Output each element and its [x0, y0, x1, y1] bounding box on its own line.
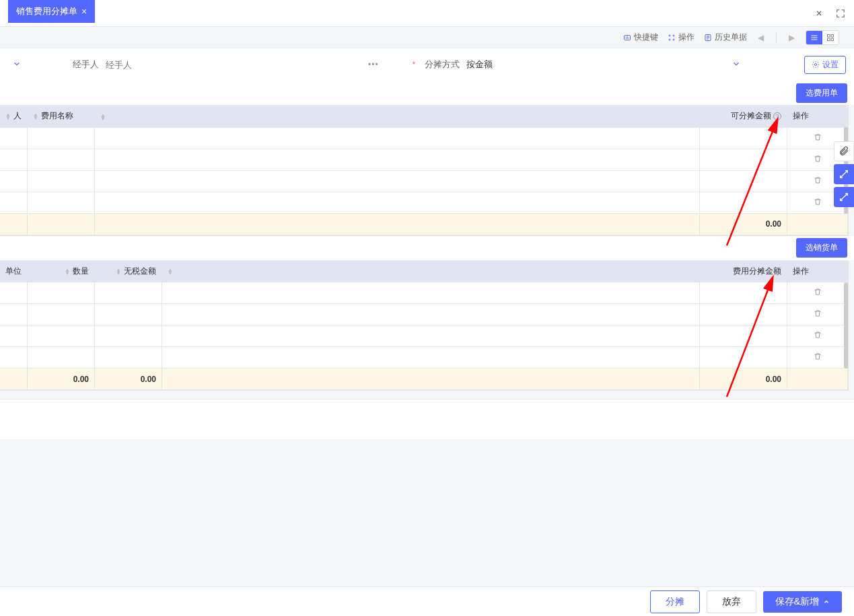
- operation-label: 操作: [678, 32, 695, 43]
- separator: [776, 32, 777, 43]
- table-row[interactable]: [0, 192, 848, 213]
- required-mark: *: [413, 60, 416, 69]
- method-chevron-down-icon[interactable]: [729, 59, 744, 71]
- delete-icon[interactable]: [814, 177, 822, 186]
- table-row[interactable]: [0, 127, 848, 149]
- svg-point-3: [669, 39, 670, 40]
- col-blank[interactable]: ▲▼: [94, 106, 699, 127]
- delete-icon[interactable]: [814, 332, 822, 341]
- history-button[interactable]: 历史单据: [704, 32, 747, 43]
- scrollbar[interactable]: [844, 282, 848, 369]
- tab-close-icon[interactable]: ×: [81, 6, 87, 17]
- side-tools: [834, 141, 854, 207]
- toolbar: 快捷键 操作 历史单据 ◀ ▶: [0, 27, 854, 48]
- select-expense-button[interactable]: 选费用单: [796, 83, 847, 103]
- shortcut-label: 快捷键: [634, 32, 658, 43]
- delete-icon[interactable]: [814, 353, 822, 362]
- method-label: 分摊方式: [425, 59, 460, 71]
- save-new-button[interactable]: 保存&新增: [763, 591, 842, 613]
- next-record-icon[interactable]: ▶: [787, 33, 796, 42]
- chevron-up-icon: [823, 599, 830, 605]
- settings-button[interactable]: 设置: [804, 56, 846, 74]
- chevron-down-icon[interactable]: [9, 59, 24, 71]
- col-qty[interactable]: ▲▼数量: [28, 261, 95, 282]
- method-value[interactable]: 按金额: [466, 59, 722, 71]
- delete-icon[interactable]: [814, 288, 822, 298]
- delete-icon[interactable]: [814, 198, 822, 208]
- delete-icon[interactable]: [814, 134, 822, 143]
- delete-icon[interactable]: [814, 310, 822, 319]
- summary-row: 0.000.000.00: [0, 369, 848, 390]
- sales-table: 单位 ▲▼数量 ▲▼无税金额 ▲▼ 费用分摊金额 操作 0.000.000.00: [0, 260, 849, 391]
- summary-row: 0.00: [0, 213, 848, 235]
- select-expense-bar: 选费用单: [0, 81, 854, 105]
- select-sales-button[interactable]: 选销货单: [796, 238, 847, 258]
- svg-rect-7: [831, 34, 834, 37]
- svg-rect-6: [828, 34, 830, 37]
- svg-point-4: [673, 39, 674, 40]
- table-row[interactable]: [0, 325, 848, 347]
- col-operation2: 操作: [787, 261, 848, 282]
- sum-notax: 0.00: [95, 369, 162, 390]
- svg-rect-8: [828, 38, 830, 41]
- col-unit[interactable]: 单位: [0, 261, 28, 282]
- window-controls: ✕: [810, 4, 850, 23]
- fullscreen-icon[interactable]: [831, 4, 850, 23]
- close-icon[interactable]: ✕: [810, 4, 828, 23]
- shortcut-button[interactable]: 快捷键: [623, 32, 658, 43]
- svg-rect-9: [831, 38, 834, 41]
- notes-area[interactable]: [0, 399, 854, 439]
- select-sales-bar: 选销货单: [0, 236, 854, 260]
- operation-button[interactable]: 操作: [668, 32, 695, 43]
- tab-bar: 销售费用分摊单 ×: [0, 0, 854, 27]
- gap: [0, 391, 854, 399]
- sum-amount: 0.00: [700, 213, 787, 235]
- col-expense-name[interactable]: ▲▼费用名称: [27, 106, 94, 127]
- delete-icon[interactable]: [814, 155, 822, 165]
- col-blank2[interactable]: ▲▼: [162, 261, 700, 282]
- allocate-button[interactable]: 分摊: [650, 590, 700, 613]
- tab-sales-expense[interactable]: 销售费用分摊单 ×: [8, 0, 95, 23]
- expand-icon-2[interactable]: [834, 187, 854, 207]
- handler-field: 经手人 •••: [73, 59, 379, 71]
- col-allocatable-amount[interactable]: 可分摊金额?: [700, 106, 787, 127]
- col-operation: 操作: [787, 106, 848, 127]
- tab-title: 销售费用分摊单: [16, 5, 77, 17]
- settings-label: 设置: [822, 59, 839, 71]
- view-card-icon[interactable]: [822, 31, 839, 44]
- col-alloc-amount[interactable]: 费用分摊金额: [700, 261, 787, 282]
- handler-input[interactable]: [106, 60, 361, 70]
- sum-qty: 0.00: [28, 369, 95, 390]
- sum-alloc: 0.00: [700, 369, 787, 390]
- bottom-action-bar: 分摊 放弃 保存&新增: [0, 586, 854, 616]
- handler-label: 经手人: [73, 59, 99, 71]
- discard-button[interactable]: 放弃: [707, 590, 756, 613]
- col-person[interactable]: ▲▼人: [0, 106, 27, 127]
- view-toggle: [806, 30, 839, 45]
- table-row[interactable]: [0, 170, 848, 192]
- method-field: * 分摊方式 按金额: [413, 59, 744, 71]
- svg-point-1: [669, 35, 670, 36]
- view-list-icon[interactable]: [806, 31, 822, 44]
- table-row[interactable]: [0, 304, 848, 325]
- expense-table: ▲▼人 ▲▼费用名称 ▲▼ 可分摊金额? 操作 0.00: [0, 105, 849, 236]
- col-notax[interactable]: ▲▼无税金额: [95, 261, 162, 282]
- form-row: 经手人 ••• * 分摊方式 按金额 设置: [0, 48, 854, 81]
- expand-icon[interactable]: [834, 164, 854, 184]
- svg-point-2: [673, 35, 674, 36]
- help-icon[interactable]: ?: [773, 112, 781, 120]
- table-row[interactable]: [0, 282, 848, 304]
- attachment-icon[interactable]: [834, 141, 854, 161]
- prev-record-icon[interactable]: ◀: [756, 33, 765, 42]
- svg-point-10: [815, 64, 817, 66]
- table-row[interactable]: [0, 149, 848, 170]
- history-label: 历史单据: [715, 32, 747, 43]
- save-new-label: 保存&新增: [775, 596, 819, 608]
- table-row[interactable]: [0, 347, 848, 369]
- more-icon[interactable]: •••: [368, 60, 379, 69]
